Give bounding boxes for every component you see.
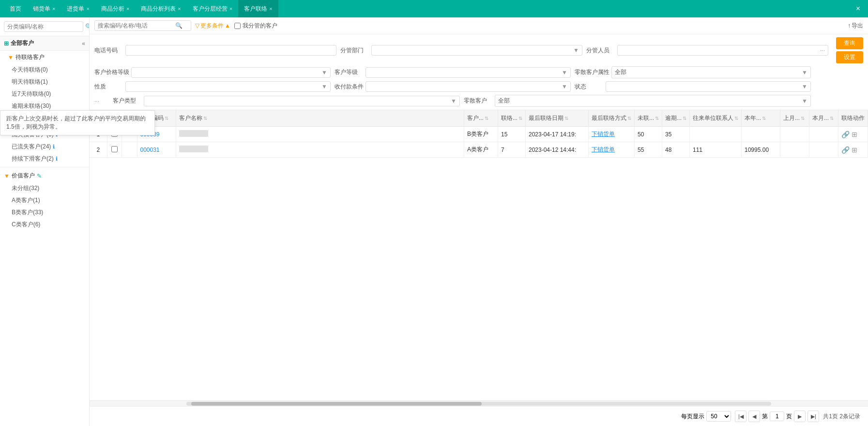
main-layout: 🔍 ⊞ 全部客户 « ▼ 待联络客户 今天待联络(0) 明天待联络(1) 近7天… <box>0 17 868 426</box>
sidebar-item-lost[interactable]: 已流失客户(24) ℹ <box>0 141 89 153</box>
search-input-wrap: 🔍 <box>94 20 191 31</box>
action-grid-icon-0[interactable]: ⊞ <box>852 131 857 138</box>
sidebar-item-unclassified[interactable]: 未分组(32) <box>0 182 89 194</box>
sidebar-search-icon[interactable]: 🔍 <box>85 23 90 30</box>
cell-name-0[interactable] <box>176 127 464 142</box>
filter-customer-level: 客户等级 ▼ <box>335 67 571 78</box>
close-analysis-list-tab[interactable]: × <box>178 6 181 12</box>
tooltip-box: 距客户上次交易时长，超过了此客户的平均交易周期的1.5倍，则视为异常。 <box>0 110 155 135</box>
sidebar-item-tomorrow[interactable]: 明天待联络(1) <box>0 76 89 88</box>
customer-type-label: 客户类型 <box>113 97 142 105</box>
action-link-icon-1[interactable]: 🔗 <box>841 146 850 154</box>
nav-item-customer-tier[interactable]: 客户分层经营 × <box>187 0 238 17</box>
phone-input[interactable] <box>125 45 336 56</box>
prev-page-btn[interactable]: ◀ <box>748 411 760 422</box>
page-number-input[interactable] <box>770 411 784 421</box>
filter-row-3: 性质 ▼ 收付款条件 ▼ 状态 <box>94 81 863 92</box>
retail-customer-select[interactable]: 全部 ▼ <box>495 95 811 107</box>
close-customer-tier-tab[interactable]: × <box>229 6 232 12</box>
cell-name-1[interactable] <box>176 142 464 158</box>
retail-attr-select[interactable]: 全部 ▼ <box>611 66 811 78</box>
customer-type-select[interactable]: ▼ <box>144 96 460 106</box>
sidebar-item-a-class[interactable]: A类客户(1) <box>0 194 89 206</box>
my-customers-checkbox[interactable] <box>234 23 241 29</box>
nav-item-sales[interactable]: 销货单 × <box>27 0 61 17</box>
next-page-btn[interactable]: ▶ <box>794 411 806 422</box>
th-thismonth[interactable]: 本月... ⇅ <box>809 110 838 127</box>
manager-select[interactable]: ··· <box>617 45 828 56</box>
query-button[interactable]: 查询 <box>836 37 863 49</box>
nature-label: 性质 <box>94 83 123 91</box>
close-purchase-tab[interactable]: × <box>86 6 89 12</box>
close-customer-contact-tab[interactable]: × <box>269 6 272 12</box>
scroll-area[interactable] <box>90 400 868 406</box>
th-name[interactable]: 客户名称 ⇅ <box>176 110 464 127</box>
action-grid-icon-1[interactable]: ⊞ <box>852 146 857 154</box>
pending-group[interactable]: ▼ 待联络客户 <box>0 51 89 64</box>
nav-item-analysis[interactable]: 商品分析 × <box>95 0 135 17</box>
more-filter-icon[interactable]: ··· <box>94 98 99 104</box>
toolbar: 🔍 ▽ 更多条件 ▲ 我分管的客户 ↑ 导出 <box>90 17 868 34</box>
payment-select[interactable]: ▼ <box>365 81 571 92</box>
dept-select[interactable]: ▼ <box>371 45 582 56</box>
search-toolbar-icon[interactable]: 🔍 <box>175 22 183 29</box>
row-checkbox-1[interactable] <box>111 146 118 152</box>
edit-icon[interactable]: ✎ <box>37 173 42 179</box>
search-input[interactable] <box>98 22 175 29</box>
window-close-button[interactable]: × <box>852 4 864 13</box>
sidebar-item-c-class[interactable]: C类客户(6) <box>0 219 89 231</box>
filter-dept: 分管部门 ▼ <box>340 45 582 56</box>
sort-icon-name: ⇅ <box>203 116 207 121</box>
export-button[interactable]: ↑ 导出 <box>848 22 863 30</box>
more-conditions-btn[interactable]: ▽ 更多条件 ▲ <box>195 22 230 30</box>
cell-method-1[interactable]: 下销货单 <box>588 142 634 158</box>
sidebar-item-7days[interactable]: 近7天待联络(0) <box>0 88 89 100</box>
nav-item-analysis-list[interactable]: 商品分析列表 × <box>135 0 186 17</box>
sort-icon-partner: ⇅ <box>734 116 738 121</box>
cell-type-1: A类客户 <box>464 142 498 158</box>
sidebar-item-today[interactable]: 今天待联络(0) <box>0 64 89 76</box>
ellipsis-icon[interactable]: ··· <box>820 47 825 54</box>
info-icon-4[interactable]: ℹ <box>56 156 58 162</box>
value-group[interactable]: ▼ 价值客户 ✎ <box>0 169 89 182</box>
nav-item-customer-contact[interactable]: 客户联络 × <box>238 0 278 17</box>
th-type[interactable]: 客户... ⇅ <box>464 110 498 127</box>
arrow-down-icon-2: ▼ <box>4 173 10 179</box>
th-contact[interactable]: 联络... ⇅ <box>498 110 525 127</box>
sidebar-item-declining[interactable]: 持续下滑客户(2) ℹ <box>0 153 89 165</box>
all-customers-header[interactable]: ⊞ 全部客户 « <box>0 36 89 51</box>
chevron-down-icon-retail: ▼ <box>802 69 807 76</box>
scrollbar-track[interactable] <box>186 402 771 406</box>
cell-method-0[interactable]: 下销货单 <box>588 127 634 142</box>
settings-button[interactable]: 设置 <box>836 51 863 63</box>
th-unlink[interactable]: 未联... ⇅ <box>634 110 662 127</box>
filter-row-1: 电话号码 分管部门 ▼ 分管人员 ··· <box>94 37 863 63</box>
th-method[interactable]: 最后联络方式 ⇅ <box>588 110 634 127</box>
sort-icon-method: ⇅ <box>627 116 631 121</box>
th-lastmonth[interactable]: 上月... ⇅ <box>780 110 809 127</box>
last-page-btn[interactable]: ▶| <box>807 411 819 422</box>
sidebar-search-input[interactable] <box>4 21 83 32</box>
nav-item-home[interactable]: 首页 <box>4 0 27 17</box>
sidebar-item-b-class[interactable]: B类客户(33) <box>0 206 89 219</box>
close-sales-tab[interactable]: × <box>52 6 55 12</box>
per-page-select[interactable]: 50 100 200 <box>706 411 731 422</box>
retail-attr-label: 零散客户属性 <box>575 68 609 76</box>
close-analysis-tab[interactable]: × <box>126 6 129 12</box>
info-icon-3[interactable]: ℹ <box>53 144 55 150</box>
cell-code-1[interactable]: 000031 <box>137 142 176 158</box>
price-level-select[interactable]: ▼ <box>131 67 331 78</box>
th-thisyear[interactable]: 本年... ⇅ <box>742 110 780 127</box>
status-select[interactable]: ▼ <box>606 81 811 92</box>
scrollbar-thumb[interactable] <box>191 402 482 406</box>
nav-item-purchase[interactable]: 进货单 × <box>61 0 95 17</box>
grid-icon: ⊞ <box>4 40 9 47</box>
nature-select[interactable]: ▼ <box>125 81 331 92</box>
th-partner[interactable]: 往来单位联系人 ⇅ <box>690 110 742 127</box>
customer-level-select[interactable]: ▼ <box>365 67 571 78</box>
action-link-icon-0[interactable]: 🔗 <box>841 131 850 138</box>
chevron-down-icon-price: ▼ <box>321 69 327 76</box>
th-overdue[interactable]: 逾期... ⇅ <box>662 110 689 127</box>
th-date[interactable]: 最后联络日期 ⇅ <box>525 110 588 127</box>
first-page-btn[interactable]: |◀ <box>735 411 746 422</box>
